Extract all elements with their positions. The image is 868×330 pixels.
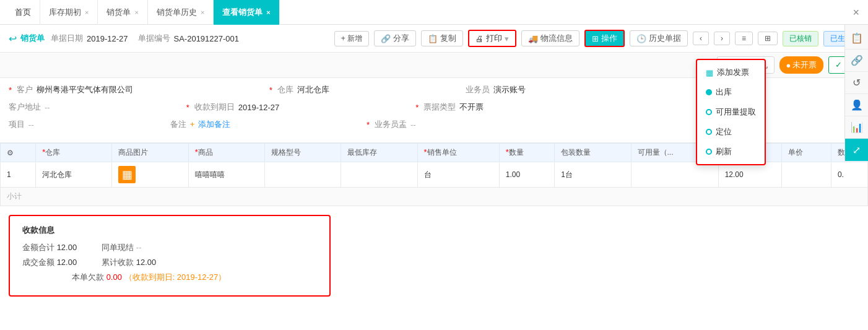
share-button[interactable]: 🔗 分享	[374, 30, 416, 46]
new-button[interactable]: + 新增	[334, 31, 369, 46]
col-pkg-qty: 包装数量	[555, 144, 631, 162]
sidebar-icon-3[interactable]: ↺	[845, 72, 869, 94]
tab-sales-history[interactable]: 销货单历史 ×	[148, 0, 214, 25]
col-settings[interactable]: ⚙	[1, 144, 36, 162]
col-min-stock: 最低库存	[341, 144, 417, 162]
owe-field: 本单欠款 0.00 （收款到期日: 2019-12-27）	[72, 272, 226, 283]
col-warehouse: *仓库	[36, 144, 112, 162]
col-price: 单价	[781, 144, 831, 162]
tab-close-view-sales-order[interactable]: ×	[266, 9, 270, 16]
cell-num: 1	[1, 162, 36, 188]
due-date-field: * 收款到期日 2019-12-27	[186, 102, 280, 113]
col-spec: 规格型号	[264, 144, 341, 162]
sidebar-icon-expand[interactable]: ⤢	[845, 139, 869, 161]
summary-title: 收款信息	[22, 225, 317, 236]
address-field: 客户地址 --	[9, 102, 50, 113]
subtotal-label: 小计	[1, 188, 868, 206]
col-product: *商品	[188, 144, 264, 162]
dot-outline-icon-2	[706, 129, 712, 135]
copy-icon: 📋	[428, 34, 438, 43]
staff2-field: * 业务员盂 --	[367, 119, 416, 130]
total-field: 金额合计 12.00	[22, 242, 77, 253]
col-product-img: 商品图片	[112, 144, 188, 162]
sidebar-icon-2[interactable]: 🔗	[845, 50, 869, 72]
invoice-icon: ▦	[706, 68, 713, 77]
history-icon: 🕒	[636, 34, 646, 43]
subtotal-row: 小计	[1, 188, 868, 206]
summary-row-3: 本单欠款 0.00 （收款到期日: 2019-12-27）	[22, 272, 317, 283]
badge-sold: 已核销	[783, 31, 818, 46]
summary-box: 收款信息 金额合计 12.00 同单现结 -- 成交金额 12.00 累计收款	[9, 215, 331, 297]
dropdown-out-warehouse[interactable]: 出库	[697, 82, 765, 102]
dropdown-locate[interactable]: 定位	[697, 122, 765, 142]
nav-next-button[interactable]: ›	[714, 32, 730, 45]
print-icon: 🖨	[475, 34, 484, 43]
ticket-icon: ●	[786, 61, 791, 70]
cell-available	[631, 162, 718, 188]
dot-fill-icon	[706, 89, 712, 95]
cell-product: 嘻嘻嘻嘻	[188, 162, 264, 188]
cumulative-field: 累计收款 12.00	[102, 257, 156, 268]
logistics-icon: 🚚	[528, 34, 538, 43]
view2-button[interactable]: ⊞	[758, 32, 778, 45]
cell-spec	[264, 162, 341, 188]
summary-row-1: 金额合计 12.00 同单现结 --	[22, 242, 317, 253]
not-open-ticket-button[interactable]: ● 未开票	[779, 56, 824, 74]
doc-date-label: 单据日期	[51, 33, 83, 44]
operate-icon: ⊞	[592, 34, 599, 43]
project-field: 项目 --	[9, 119, 34, 130]
doc-title-text: 销货单	[20, 33, 45, 44]
tab-sales-order[interactable]: 销货单 ×	[98, 0, 147, 25]
sidebar-icon-5[interactable]: 📊	[845, 116, 869, 139]
staff-field: 业务员 演示账号	[466, 84, 526, 95]
dot-outline-icon-3	[706, 149, 712, 155]
copy-button[interactable]: 📋 复制	[421, 30, 463, 46]
customer-field: * 客户 柳州粤港平安气体有限公司	[9, 84, 133, 95]
sidebar-icon-4[interactable]: 👤	[845, 94, 869, 116]
doc-icon: ↩	[9, 33, 17, 45]
tab-home[interactable]: 首页	[6, 0, 40, 25]
print-button[interactable]: 🖨 打印 ▾	[468, 30, 516, 47]
tab-bar: 首页 库存期初 × 销货单 × 销货单历史 × 查看销货单 × ×	[0, 0, 868, 25]
summary-row-2: 成交金额 12.00 累计收款 12.00	[22, 257, 317, 268]
add-note-link[interactable]: + 添加备注	[190, 119, 230, 130]
product-image: ▦	[118, 166, 136, 183]
doc-date-value: 2019-12-27	[87, 34, 128, 43]
warehouse-field: * 仓库 河北仓库	[269, 84, 329, 95]
dropdown-available-qty[interactable]: 可用量提取	[697, 102, 765, 122]
doc-meta: 单据日期 2019-12-27 单据编号 SA-20191227-001	[51, 33, 239, 44]
cell-other: 0.	[831, 162, 867, 188]
operate-dropdown: ▦ 添加发票 出库 可用量提取 定位 刷新	[696, 59, 766, 165]
tab-close-sales-history[interactable]: ×	[201, 9, 204, 16]
cell-min-stock	[341, 162, 417, 188]
note-field: 备注 + 添加备注	[170, 119, 230, 130]
ticket-type-field: * 票据类型 不开票	[415, 102, 484, 113]
doc-no-label: 单据编号	[138, 33, 170, 44]
dropdown-add-invoice[interactable]: ▦ 添加发票	[697, 63, 765, 82]
col-unit: *销售单位	[417, 144, 499, 162]
tab-close-sales-order[interactable]: ×	[134, 9, 138, 16]
sidebar-icon-1[interactable]: 📋	[845, 27, 869, 50]
cell-warehouse: 河北仓库	[36, 162, 112, 188]
summary-area: 收款信息 金额合计 12.00 同单现结 -- 成交金额 12.00 累计收款	[0, 206, 868, 305]
tab-close-inventory-init[interactable]: ×	[85, 9, 89, 16]
right-sidebar: 📋 🔗 ↺ 👤 📊 ⤢	[844, 25, 868, 161]
view1-button[interactable]: ≡	[735, 32, 753, 45]
tab-view-sales-order[interactable]: 查看销货单 ×	[214, 0, 279, 25]
cell-price	[781, 162, 831, 188]
operate-button[interactable]: ⊞ 操作	[584, 30, 625, 47]
tab-inventory-init[interactable]: 库存期初 ×	[40, 0, 98, 25]
cell-current-stock: 12.00	[718, 162, 781, 188]
doc-title-area: ↩ 销货单	[9, 33, 45, 45]
cell-pkg-qty: 1台	[555, 162, 631, 188]
col-qty: *数量	[499, 144, 554, 162]
window-close-button[interactable]: ×	[853, 6, 859, 19]
doc-no-value: SA-20191227-001	[174, 34, 240, 43]
logistics-button[interactable]: 🚚 物流信息	[521, 30, 579, 46]
history-button[interactable]: 🕒 历史单据	[630, 30, 688, 46]
dropdown-refresh[interactable]: 刷新	[697, 142, 765, 162]
table-row: 1 河北仓库 ▦ 嘻嘻嘻嘻 台 1.00 1台 12.00 0.	[1, 162, 868, 188]
nav-prev-button[interactable]: ‹	[693, 32, 709, 45]
cell-unit: 台	[417, 162, 499, 188]
share-icon: 🔗	[381, 34, 391, 43]
